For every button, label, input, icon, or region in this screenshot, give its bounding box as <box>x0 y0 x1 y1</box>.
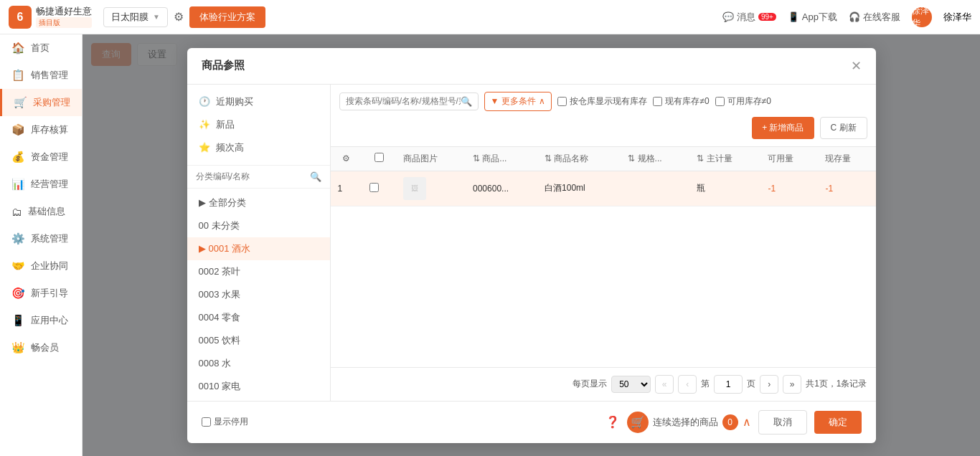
show-disabled-option[interactable]: 显示停用 <box>202 416 248 428</box>
finance-icon: 💰 <box>11 151 25 163</box>
filter-btn-label: 更多条件 <box>501 95 536 108</box>
cancel-button[interactable]: 取消 <box>758 410 807 434</box>
per-page-select[interactable]: 50 100 200 <box>611 376 651 393</box>
sidebar-label-basic-info: 基础信息 <box>28 205 65 218</box>
show-disabled-checkbox[interactable] <box>202 417 211 427</box>
sidebar-item-apps[interactable]: 📱 应用中心 <box>0 307 82 334</box>
next-page-btn[interactable]: › <box>760 375 778 394</box>
message-icon: 💬 <box>722 11 734 22</box>
category-search-icon[interactable]: 🔍 <box>310 171 321 182</box>
sidebar-item-system[interactable]: ⚙️ 系统管理 <box>0 225 82 252</box>
sidebar-item-basic-info[interactable]: 🗂 基础信息 <box>0 198 82 225</box>
sidebar-item-home[interactable]: 🏠 首页 <box>0 34 82 62</box>
category-snacks[interactable]: 0004 零食 <box>187 306 330 329</box>
app-download-item[interactable]: 📱 App下载 <box>788 11 837 24</box>
inventory-icon: 📦 <box>11 123 25 136</box>
category-00-label: 00 未分类 <box>199 219 240 232</box>
toolbar-right-actions: + 新增商品 C 刷新 <box>752 117 867 139</box>
sidebar-label-members: 畅会员 <box>31 341 59 354</box>
product-reference-modal: 商品参照 ✕ 🕐 近期购买 ✨ <box>187 48 876 443</box>
select-all-checkbox[interactable] <box>374 153 384 162</box>
quick-link-new[interactable]: ✨ 新品 <box>187 113 330 136</box>
user-name: 徐泽华 <box>943 11 971 24</box>
stock-nonzero-checkbox[interactable] <box>653 97 662 106</box>
modal-title: 商品参照 <box>202 59 245 72</box>
category-uncategorized[interactable]: 00 未分类 <box>187 214 330 237</box>
messages-nav-item[interactable]: 💬 消息 99+ <box>722 11 776 24</box>
category-search-area: 🔍 <box>187 166 330 189</box>
gear-icon[interactable]: ⚙ <box>174 10 184 24</box>
category-tea[interactable]: 0002 茶叶 <box>187 260 330 283</box>
sidebar-item-sales[interactable]: 📋 销售管理 <box>0 62 82 89</box>
row-stock-cell: -1 <box>818 171 875 206</box>
modal-toolbar: 🔍 ▼ 更多条件 ∧ 按仓库显示现有库存 <box>331 85 876 147</box>
quick-link-recent-label: 近期购买 <box>216 95 253 108</box>
modal-overlay: 商品参照 ✕ 🕐 近期购买 ✨ <box>83 34 980 456</box>
sidebar-item-guide[interactable]: 🎯 新手引导 <box>0 280 82 307</box>
col-unit-header: ⇅ 主计量 <box>689 147 760 171</box>
category-search-input[interactable] <box>196 171 306 181</box>
collapse-cart-icon[interactable]: ∧ <box>743 415 751 429</box>
sidebar-label-finance: 资金管理 <box>31 151 68 163</box>
online-service-item[interactable]: 🎧 在线客服 <box>849 11 900 24</box>
online-service-label: 在线客服 <box>863 11 900 24</box>
refresh-button[interactable]: C 刷新 <box>820 117 867 139</box>
arrow-right-active-icon: ▶ <box>199 243 206 254</box>
company-selector[interactable]: 日太阳膜 ▼ <box>103 7 168 27</box>
apps-icon: 📱 <box>11 314 25 327</box>
category-wine[interactable]: ▶ 0001 酒水 <box>187 237 330 260</box>
first-page-btn[interactable]: « <box>655 375 674 394</box>
sidebar-item-members[interactable]: 👑 畅会员 <box>0 334 82 361</box>
confirm-button[interactable]: 确定 <box>814 411 862 434</box>
more-filters-btn[interactable]: ▼ 更多条件 ∧ <box>484 92 552 111</box>
last-page-btn[interactable]: » <box>783 375 801 394</box>
product-search-icon[interactable]: 🔍 <box>461 96 472 107</box>
basic-info-icon: 🗂 <box>11 206 22 218</box>
category-water[interactable]: 0008 水 <box>187 352 330 375</box>
category-drinks[interactable]: 0005 饮料 <box>187 329 330 352</box>
prev-page-btn[interactable]: ‹ <box>678 375 697 394</box>
guide-icon: 🎯 <box>11 287 25 300</box>
sidebar-item-finance[interactable]: 💰 资金管理 <box>0 143 82 171</box>
product-table: ⚙ 商品图片 ⇅ 商品... <box>331 147 876 206</box>
table-row[interactable]: 1 🖼 000600... 白酒100ml <box>331 171 876 206</box>
row-checkbox[interactable] <box>369 183 379 192</box>
category-appliances[interactable]: 0010 家电 <box>187 375 330 398</box>
sidebar-item-operations[interactable]: 📊 经营管理 <box>0 171 82 198</box>
quick-link-frequent[interactable]: ⭐ 频次高 <box>187 136 330 159</box>
category-0002-label: 0002 茶叶 <box>199 265 241 278</box>
category-all[interactable]: ▶ 全部分类 <box>187 191 330 214</box>
home-icon: 🏠 <box>11 42 25 54</box>
avatar[interactable]: 徐泽华 <box>912 7 932 27</box>
help-icon[interactable]: ❓ <box>606 415 620 429</box>
app-download-label: App下载 <box>802 11 837 24</box>
category-fruit[interactable]: 0003 水果 <box>187 283 330 306</box>
experience-btn[interactable]: 体验行业方案 <box>189 6 265 28</box>
stock-nonzero-filter[interactable]: 现有库存≠0 <box>653 95 709 108</box>
add-product-button[interactable]: + 新增商品 <box>752 117 814 139</box>
modal-close-button[interactable]: ✕ <box>851 58 862 74</box>
sidebar-item-purchase[interactable]: 🛒 采购管理 <box>0 89 82 116</box>
col-stock-header: 现存量 <box>818 147 875 171</box>
sidebar-item-collaboration[interactable]: 🤝 企业协同 <box>0 252 82 280</box>
warehouse-checkbox[interactable] <box>557 97 567 106</box>
modal-right-panel: 🔍 ▼ 更多条件 ∧ 按仓库显示现有库存 <box>331 85 876 401</box>
main-content: 查询 设置 商品参照 ✕ 🕐 <box>83 34 980 456</box>
quick-link-recent[interactable]: 🕐 近期购买 <box>187 90 330 113</box>
available-nonzero-filter[interactable]: 可用库存≠0 <box>715 95 771 108</box>
page-number-input[interactable] <box>714 375 743 394</box>
col-settings-header[interactable]: ⚙ <box>331 147 362 171</box>
category-0003-label: 0003 水果 <box>199 288 241 301</box>
cart-icon[interactable]: 🛒 <box>627 412 649 433</box>
sidebar-label-apps: 应用中心 <box>31 314 68 327</box>
main-layout: 🏠 首页 📋 销售管理 🛒 采购管理 📦 库存核算 💰 资金管理 📊 经营管理 … <box>0 34 980 456</box>
sidebar-label-operations: 经营管理 <box>31 178 68 191</box>
row-code-cell: 000600... <box>466 171 537 206</box>
product-search-input[interactable] <box>346 96 461 106</box>
cart-label: 连续选择的商品 <box>653 416 718 429</box>
settings-icon[interactable]: ⚙ <box>342 153 350 163</box>
row-name-cell: 白酒100ml <box>537 171 621 206</box>
warehouse-filter[interactable]: 按仓库显示现有库存 <box>557 95 647 108</box>
sidebar-item-inventory[interactable]: 📦 库存核算 <box>0 116 82 143</box>
available-nonzero-checkbox[interactable] <box>715 97 725 106</box>
